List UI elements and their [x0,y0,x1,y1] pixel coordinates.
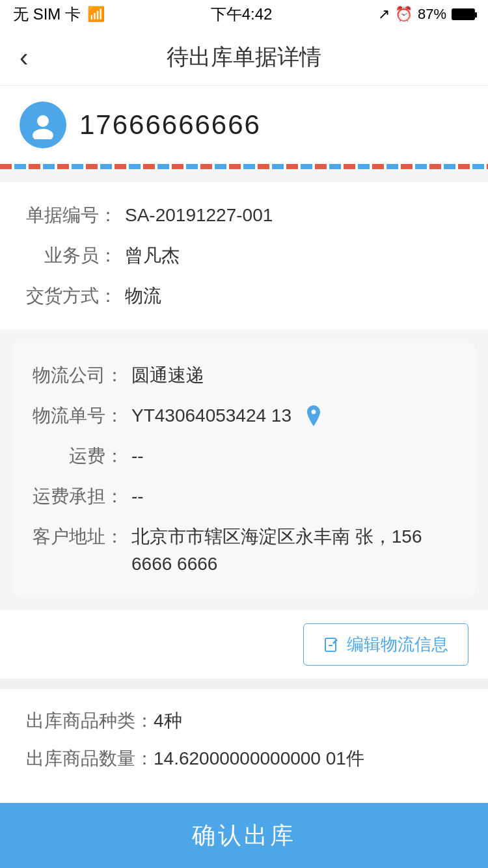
section-divider [0,679,488,689]
freight-row: 运费： -- [33,442,455,470]
avatar [20,102,66,148]
basic-info-section: 单据编号： SA-20191227-001 业务员： 曾凡杰 交货方式： 物流 [0,182,488,329]
time-label: 下午4:42 [211,4,273,25]
battery-label: 87% [418,6,446,23]
address-label: 客户地址： [33,523,124,550]
logistics-section: 物流公司： 圆通速递 物流单号： YT43064053424 13 运费： --… [13,342,475,597]
confirm-button-label: 确认出库 [192,820,296,852]
document-number-label: 单据编号： [26,202,117,229]
back-button[interactable]: ‹ [20,38,34,77]
user-phone: 17666666666 [79,109,261,141]
confirm-button[interactable]: 确认出库 [0,803,488,868]
freight-bearer-value: -- [131,483,455,510]
document-number-value: SA-20191227-001 [125,202,462,229]
alarm-icon: ⏰ [395,6,413,23]
logistics-company-label: 物流公司： [33,362,124,389]
salesman-row: 业务员： 曾凡杰 [26,242,462,269]
tracking-number-value: YT43064053424 13 [131,402,455,429]
edit-icon [323,636,340,653]
document-number-row: 单据编号： SA-20191227-001 [26,202,462,229]
goods-section: 出库商品种类： 4种 出库商品数量： 14.62000000000000 01件 [0,689,488,791]
svg-point-0 [37,115,49,127]
edit-logistics-label: 编辑物流信息 [347,633,448,656]
freight-bearer-label: 运费承担： [33,483,124,510]
delivery-method-label: 交货方式： [26,282,117,310]
battery-icon [452,8,475,20]
logistics-company-value: 圆通速递 [131,362,455,389]
wifi-icon: 📶 [87,6,105,23]
address-row: 客户地址： 北京市市辖区海淀区永丰南 张，156 6666 6666 [33,523,455,578]
location-status-icon: ↗ [378,6,390,23]
svg-point-1 [33,129,53,139]
edit-logistics-area: 编辑物流信息 [0,610,488,679]
freight-label: 运费： [33,442,124,470]
status-bar: 无 SIM 卡 📶 下午4:42 ↗ ⏰ 87% [0,0,488,29]
goods-type-row: 出库商品种类： 4种 [26,709,462,733]
tracking-number-label: 物流单号： [33,402,124,429]
goods-quantity-row: 出库商品数量： 14.62000000000000 01件 [26,746,462,771]
page-title: 待出库单据详情 [167,42,321,72]
delivery-method-row: 交货方式： 物流 [26,282,462,310]
status-left: 无 SIM 卡 📶 [13,4,105,25]
dashed-divider [0,164,488,169]
salesman-label: 业务员： [26,242,117,269]
goods-type-label: 出库商品种类： [26,709,154,733]
user-icon [29,111,57,139]
carrier-label: 无 SIM 卡 [13,4,81,25]
goods-quantity-value: 14.62000000000000 01件 [154,746,364,771]
edit-logistics-button[interactable]: 编辑物流信息 [303,623,468,666]
tracking-number-row: 物流单号： YT43064053424 13 [33,402,455,429]
goods-quantity-label: 出库商品数量： [26,746,154,771]
salesman-value: 曾凡杰 [125,242,462,269]
freight-bearer-row: 运费承担： -- [33,483,455,510]
nav-bar: ‹ 待出库单据详情 [0,29,488,86]
goods-type-value: 4种 [154,709,182,733]
delivery-method-value: 物流 [125,282,462,310]
user-header: 17666666666 [0,86,488,164]
logistics-company-row: 物流公司： 圆通速递 [33,362,455,389]
status-right: ↗ ⏰ 87% [378,6,475,23]
freight-value: -- [131,442,455,470]
address-value: 北京市市辖区海淀区永丰南 张，156 6666 6666 [131,523,455,578]
map-pin-icon[interactable] [302,404,325,427]
